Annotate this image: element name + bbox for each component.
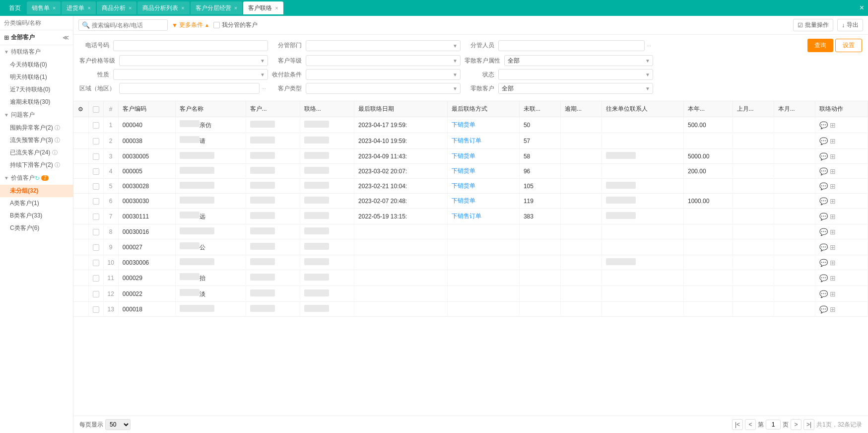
contact-way-link[interactable]: 下销售订单 bbox=[452, 137, 481, 144]
sidebar-item-ungroup[interactable]: 未分组(32) bbox=[0, 185, 73, 197]
action-message-icon[interactable]: 💬 bbox=[819, 305, 828, 313]
row-checkbox-input[interactable] bbox=[93, 260, 99, 266]
next-page-btn[interactable]: > bbox=[791, 419, 801, 430]
tab-purchase[interactable]: 进货单 × bbox=[62, 1, 95, 14]
action-message-icon[interactable]: 💬 bbox=[819, 290, 828, 298]
tab-close-icon[interactable]: × bbox=[87, 5, 90, 11]
reset-button[interactable]: 设置 bbox=[835, 39, 862, 52]
action-message-icon[interactable]: 💬 bbox=[819, 137, 828, 145]
contact-way-link[interactable]: 下销货单 bbox=[452, 121, 475, 128]
field-nature-select[interactable] bbox=[113, 69, 268, 80]
sidebar-group-pending-contact[interactable]: ▼ 待联络客户 bbox=[0, 45, 73, 59]
all-customers-header[interactable]: ⊞ 全部客户 ≪ bbox=[0, 30, 73, 45]
sidebar-item-b-type[interactable]: B类客户(33) bbox=[0, 210, 73, 222]
row-checkbox-input[interactable] bbox=[93, 214, 99, 220]
action-message-icon[interactable]: 💬 bbox=[819, 228, 828, 236]
sidebar-item-7day-pending[interactable]: 近7天待联络(0) bbox=[0, 83, 73, 96]
field-customer-level-select[interactable] bbox=[306, 55, 461, 66]
tab-product-analysis[interactable]: 商品分析 × bbox=[97, 1, 136, 14]
contact-way-link[interactable]: 下销货单 bbox=[452, 182, 475, 189]
tab-customer-segmentation[interactable]: 客户分层经营 × bbox=[191, 1, 242, 14]
col-this-year[interactable]: 本年... bbox=[684, 101, 733, 117]
field-status-select[interactable] bbox=[498, 69, 653, 80]
sidebar-item-c-type[interactable]: C类客户(6) bbox=[0, 222, 73, 234]
export-button[interactable]: ↓ 导出 bbox=[837, 19, 863, 31]
home-tab[interactable]: 首页 bbox=[4, 4, 26, 12]
action-message-icon[interactable]: 💬 bbox=[819, 213, 828, 220]
tab-close-icon[interactable]: × bbox=[181, 5, 184, 11]
row-checkbox-input[interactable] bbox=[93, 198, 99, 205]
tab-close-icon[interactable]: × bbox=[53, 5, 56, 11]
query-button[interactable]: 查询 bbox=[807, 39, 833, 52]
col-name[interactable]: 客户名称 bbox=[175, 101, 246, 117]
sidebar-item-churned[interactable]: 已流失客户(24) ⓘ bbox=[0, 146, 73, 159]
sidebar-group-problem[interactable]: ▼ 问题客户 bbox=[0, 108, 73, 122]
action-message-icon[interactable]: 💬 bbox=[819, 182, 828, 190]
tab-product-list[interactable]: 商品分析列表 × bbox=[137, 1, 189, 14]
select-all-checkbox[interactable] bbox=[93, 106, 99, 113]
field-retail-customer-select[interactable]: 全部 bbox=[498, 83, 653, 94]
action-message-icon[interactable]: 💬 bbox=[819, 197, 828, 205]
prev-page-btn[interactable]: < bbox=[745, 419, 756, 430]
row-checkbox-input[interactable] bbox=[93, 229, 99, 235]
tab-close-icon[interactable]: × bbox=[129, 5, 132, 11]
sidebar-group-value[interactable]: ▼ 价值客户 ↻ 7 bbox=[0, 171, 73, 185]
collapse-icon[interactable]: ≪ bbox=[63, 34, 69, 41]
field-phone-input[interactable] bbox=[113, 40, 268, 51]
tab-close-icon[interactable]: × bbox=[234, 5, 237, 11]
sidebar-item-today-pending[interactable]: 今天待联络(0) bbox=[0, 59, 73, 71]
row-checkbox-input[interactable] bbox=[93, 275, 99, 282]
action-message-icon[interactable]: 💬 bbox=[819, 167, 828, 175]
my-customers-checkbox[interactable] bbox=[213, 22, 220, 28]
sidebar-item-declining[interactable]: 持续下滑客户(2) ⓘ bbox=[0, 159, 73, 171]
row-checkbox-input[interactable] bbox=[93, 291, 99, 297]
action-message-icon[interactable]: 💬 bbox=[819, 152, 828, 160]
col-contact[interactable]: 联络... bbox=[300, 101, 354, 117]
row-checkbox-input[interactable] bbox=[93, 122, 99, 129]
first-page-btn[interactable]: |< bbox=[732, 419, 743, 430]
action-grid-icon[interactable]: ⊞ bbox=[830, 182, 836, 190]
page-number-input[interactable] bbox=[766, 420, 781, 430]
field-customer-type-select[interactable] bbox=[306, 83, 461, 94]
action-grid-icon[interactable]: ⊞ bbox=[830, 290, 836, 298]
col-this-month[interactable]: 本月... bbox=[774, 101, 815, 117]
batch-op-button[interactable]: ☑ 批量操作 bbox=[793, 19, 833, 31]
action-grid-icon[interactable]: ⊞ bbox=[830, 152, 836, 160]
last-page-btn[interactable]: >| bbox=[803, 419, 814, 430]
contact-way-link[interactable]: 下销售订单 bbox=[452, 213, 481, 219]
sidebar-item-a-type[interactable]: A类客户(1) bbox=[0, 197, 73, 210]
row-checkbox-input[interactable] bbox=[93, 153, 99, 160]
action-message-icon[interactable]: 💬 bbox=[819, 121, 828, 129]
action-grid-icon[interactable]: ⊞ bbox=[830, 137, 836, 145]
col-overdue[interactable]: 逾期... bbox=[561, 101, 602, 117]
sidebar-item-abnormal[interactable]: 囤购异常客户(2) ⓘ bbox=[0, 122, 73, 134]
contact-way-link[interactable]: 下销货单 bbox=[452, 167, 475, 174]
action-message-icon[interactable]: 💬 bbox=[819, 243, 828, 251]
action-grid-icon[interactable]: ⊞ bbox=[830, 259, 836, 267]
col-settings[interactable]: ⚙ bbox=[73, 101, 88, 117]
more-conditions-btn[interactable]: ▼ 更多条件 ▲ bbox=[172, 21, 209, 29]
contact-way-link[interactable]: 下销货单 bbox=[452, 152, 475, 159]
tab-customer-contact[interactable]: 客户联络 × bbox=[243, 1, 283, 14]
refresh-icon[interactable]: ↻ bbox=[35, 175, 40, 182]
per-page-select[interactable]: 50 100 200 bbox=[105, 419, 131, 430]
action-grid-icon[interactable]: ⊞ bbox=[830, 243, 836, 251]
tab-sales[interactable]: 销售单 × bbox=[27, 1, 61, 14]
col-unit-contact[interactable]: 往来单位联系人 bbox=[602, 101, 684, 117]
window-close-icon[interactable]: × bbox=[860, 3, 864, 12]
action-grid-icon[interactable]: ⊞ bbox=[830, 305, 836, 313]
field-manager-input[interactable] bbox=[498, 40, 645, 51]
row-checkbox-input[interactable] bbox=[93, 183, 99, 190]
col-code[interactable]: 客户编码 bbox=[118, 101, 175, 117]
row-checkbox-input[interactable] bbox=[93, 138, 99, 144]
field-manager-more-icon[interactable]: ··· bbox=[645, 43, 653, 49]
field-price-level-select[interactable] bbox=[119, 55, 268, 66]
action-message-icon[interactable]: 💬 bbox=[819, 274, 828, 282]
sidebar-search-input[interactable] bbox=[4, 19, 73, 26]
action-grid-icon[interactable]: ⊞ bbox=[830, 197, 836, 205]
my-customers-toggle[interactable]: 我分管的客户 bbox=[213, 21, 258, 29]
search-input[interactable] bbox=[92, 22, 161, 29]
action-message-icon[interactable]: 💬 bbox=[819, 259, 828, 267]
action-grid-icon[interactable]: ⊞ bbox=[830, 121, 836, 129]
action-grid-icon[interactable]: ⊞ bbox=[830, 167, 836, 175]
